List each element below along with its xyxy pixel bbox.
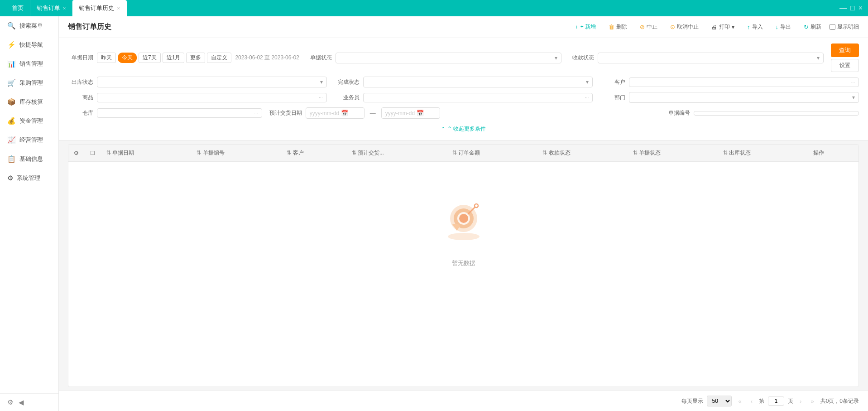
date-btn-custom[interactable]: 自定义 — [207, 53, 231, 63]
sidebar-item-search-menu[interactable]: 🔍 搜索菜单 — [0, 16, 58, 35]
th-checkbox[interactable]: ☐ — [85, 145, 101, 162]
th-warehouse-status[interactable]: ⇅ 出库状态 — [718, 145, 808, 162]
product-field[interactable]: ··· — [97, 93, 327, 102]
per-page-select[interactable]: 10 20 50 100 — [707, 396, 732, 406]
collapse-icon: ⌃ — [441, 126, 446, 132]
stop-icon: ⊘ — [640, 24, 645, 30]
operation-mgmt-icon: 📈 — [7, 136, 16, 144]
sidebar-item-fund-mgmt[interactable]: 💰 资金管理 — [0, 111, 58, 131]
new-button[interactable]: + + 新增 — [571, 21, 600, 33]
complete-status-select[interactable]: ▾ — [363, 77, 593, 87]
sidebar-settings-icon[interactable]: ⚙ — [7, 398, 13, 406]
filter-row-3: 商品 ··· 业务员 ··· 部门 — [68, 92, 859, 103]
date-btn-today[interactable]: 今天 — [118, 53, 137, 63]
last-page-button[interactable]: » — [808, 397, 816, 406]
sidebar-item-purchase-mgmt[interactable]: 🛒 采购管理 — [0, 73, 58, 92]
refresh-icon: ↻ — [804, 24, 809, 30]
sidebar-item-system-mgmt[interactable]: ⚙ 系统管理 — [0, 169, 58, 188]
expected-date-from-field[interactable]: yyyy-mm-dd 📅 — [306, 107, 364, 119]
close-tab-sales-order[interactable]: × — [63, 5, 66, 11]
empty-icon — [441, 198, 486, 252]
table-header-row: ⚙ ☐ ⇅ 单据日期 ⇅ 单据编号 ⇅ 客户 ⇅ 预计交货... — [68, 145, 858, 162]
cancel-stop-button[interactable]: ⊙ 取消中止 — [666, 21, 703, 33]
date-btn-7days[interactable]: 近7天 — [139, 53, 161, 63]
print-button[interactable]: 🖨 打印 ▾ — [707, 21, 739, 33]
department-label: 部门 — [600, 94, 625, 102]
filter-row-1: 单据日期 昨天 今天 近7天 近1月 更多 自定义 2023-06-02 至 2… — [68, 44, 859, 72]
date-range-text: 2023-06-02 至 2023-06-02 — [235, 54, 299, 62]
first-page-button[interactable]: « — [735, 397, 744, 406]
content-area: 销售订单历史 + + 新增 🗑 删除 ⊘ 中止 ⊙ 取消中止 — [59, 16, 868, 411]
search-menu-icon: 🔍 — [7, 22, 16, 30]
th-order-status[interactable]: ⇅ 单据状态 — [628, 145, 718, 162]
th-expected-date[interactable]: ⇅ 预计交货... — [346, 145, 447, 162]
page-title: 销售订单历史 — [68, 22, 571, 32]
sidebar-item-basic-info[interactable]: 📋 基础信息 — [0, 150, 58, 169]
order-status-select[interactable]: ▾ — [336, 53, 561, 63]
prev-page-button[interactable]: ‹ — [748, 397, 755, 406]
date-btn-1month[interactable]: 近1月 — [163, 53, 185, 63]
date-btn-yesterday[interactable]: 昨天 — [97, 53, 116, 63]
sidebar-item-sales-mgmt[interactable]: 📊 销售管理 — [0, 54, 58, 73]
filter-order-no-item: 单据编号 — [665, 109, 859, 117]
collapse-button[interactable]: ⌃ ⌃ 收起更多条件 — [441, 125, 486, 133]
sidebar-collapse-icon[interactable]: ◀ — [19, 398, 24, 406]
th-no[interactable]: ⇅ 单据编号 — [191, 145, 281, 162]
order-no-label: 单据编号 — [665, 109, 690, 117]
sidebar-item-operation-mgmt[interactable]: 📈 经营管理 — [0, 131, 58, 150]
top-bar: 首页 销售订单 × 销售订单历史 × — □ × — [0, 0, 868, 16]
empty-text: 暂无数据 — [452, 259, 475, 267]
stop-button[interactable]: ⊘ 中止 — [635, 21, 662, 33]
print-icon: 🖨 — [711, 24, 717, 30]
receipt-status-arrow-icon: ▾ — [817, 55, 820, 61]
import-button[interactable]: ↑ 导入 — [743, 21, 767, 33]
cancel-stop-icon: ⊙ — [670, 24, 675, 30]
page-number-input[interactable] — [768, 396, 784, 406]
display-toggle-checkbox[interactable] — [830, 24, 835, 30]
next-page-button[interactable]: › — [797, 397, 804, 406]
date-label: 单据日期 — [68, 54, 93, 62]
warehouse-field[interactable]: ··· — [97, 108, 262, 118]
delete-button[interactable]: 🗑 删除 — [604, 21, 632, 33]
th-settings[interactable]: ⚙ — [68, 145, 85, 162]
query-button[interactable]: 查询 — [831, 44, 859, 57]
maximize-button[interactable]: □ — [850, 4, 855, 12]
customer-field[interactable]: ··· — [629, 77, 859, 87]
department-select[interactable]: ▾ — [629, 92, 859, 103]
tab-home[interactable]: 首页 — [5, 0, 30, 16]
th-ops: 操作 — [808, 145, 858, 162]
data-table: ⚙ ☐ ⇅ 单据日期 ⇅ 单据编号 ⇅ 客户 ⇅ 预计交货... — [68, 145, 858, 304]
receipt-status-select[interactable]: ▾ — [598, 53, 824, 63]
close-tab-sales-order-history[interactable]: × — [117, 5, 120, 11]
basic-info-icon: 📋 — [7, 155, 16, 163]
salesperson-field[interactable]: ··· — [363, 93, 593, 102]
window-controls: — □ × — [839, 4, 863, 12]
settings-button[interactable]: 设置 — [831, 59, 859, 72]
collapse-row: ⌃ ⌃ 收起更多条件 — [68, 123, 859, 135]
th-date[interactable]: ⇅ 单据日期 — [101, 145, 191, 162]
warehouse-status-select[interactable]: ▾ — [97, 77, 327, 87]
print-arrow-icon: ▾ — [732, 24, 734, 30]
order-status-label: 单据状态 — [307, 54, 332, 62]
minimize-button[interactable]: — — [839, 4, 847, 12]
th-amount[interactable]: ⇅ 订单金额 — [447, 145, 537, 162]
th-receipt-status[interactable]: ⇅ 收款状态 — [537, 145, 627, 162]
order-no-field[interactable] — [694, 111, 859, 116]
filter-date-item: 单据日期 昨天 今天 近7天 近1月 更多 自定义 2023-06-02 至 2… — [68, 53, 299, 63]
sidebar-item-inventory-calc[interactable]: 📦 库存核算 — [0, 92, 58, 111]
tab-sales-order-history[interactable]: 销售订单历史 × — [72, 0, 126, 16]
date-btn-more[interactable]: 更多 — [186, 53, 205, 63]
export-button[interactable]: ↓ 导出 — [771, 21, 796, 33]
close-window-button[interactable]: × — [858, 4, 863, 12]
table-area: ⚙ ☐ ⇅ 单据日期 ⇅ 单据编号 ⇅ 客户 ⇅ 预计交货... — [68, 144, 859, 387]
th-customer[interactable]: ⇅ 客户 — [281, 145, 346, 162]
filter-order-status-item: 单据状态 ▾ — [307, 53, 561, 63]
expected-date-to-field[interactable]: yyyy-mm-dd 📅 — [381, 107, 440, 119]
filter-warehouse-item: 仓库 ··· — [68, 108, 262, 118]
product-dots-icon: ··· — [319, 95, 322, 100]
system-mgmt-icon: ⚙ — [7, 174, 13, 182]
filter-department-item: 部门 ▾ — [600, 92, 859, 103]
refresh-button[interactable]: ↻ 刷新 — [799, 21, 826, 33]
sidebar-item-quick-nav[interactable]: ⚡ 快捷导航 — [0, 35, 58, 54]
tab-sales-order[interactable]: 销售订单 × — [30, 0, 72, 16]
